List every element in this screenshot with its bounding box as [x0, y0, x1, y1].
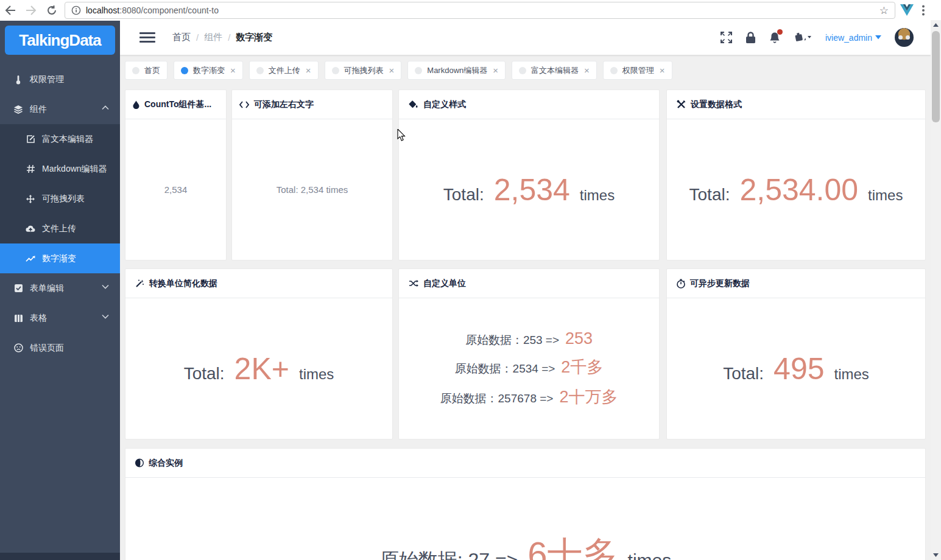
- tag-count-to[interactable]: 数字渐变 ×: [174, 61, 243, 80]
- count-value: 495: [774, 351, 824, 387]
- water-drop-icon: [133, 100, 139, 109]
- tag-markdown-editor[interactable]: Markdown编辑器 ×: [407, 61, 506, 80]
- username: iview_admin: [825, 33, 872, 43]
- sidebar-item-label: 表单编辑: [30, 283, 64, 294]
- breadcrumb: 首页 / 组件 / 数字渐变: [172, 32, 272, 43]
- sidebar-item-richtext-editor[interactable]: 富文本编辑器: [0, 124, 120, 154]
- close-icon[interactable]: ×: [660, 66, 665, 75]
- page-scrollbar[interactable]: [931, 20, 941, 560]
- app-header: 首页 / 组件 / 数字渐变 iview_admin: [120, 20, 931, 55]
- count-value: 253: [565, 329, 593, 348]
- unit-row: 原始数据：257678 => 2十万多: [440, 386, 618, 408]
- notifications-button[interactable]: [769, 32, 780, 44]
- card-data-format: 设置数据格式 Total: 2,534.00 times: [666, 89, 926, 261]
- breadcrumb-section[interactable]: 组件: [204, 32, 222, 43]
- theme-paint-button[interactable]: [794, 32, 812, 43]
- app-logo[interactable]: TalkingData: [5, 26, 115, 55]
- fullscreen-button[interactable]: [721, 32, 732, 43]
- scroll-down-icon[interactable]: [931, 550, 941, 560]
- close-icon[interactable]: ×: [584, 66, 590, 75]
- sidebar-item-label: 数字渐变: [42, 253, 76, 264]
- user-menu[interactable]: iview_admin: [825, 33, 881, 43]
- close-icon[interactable]: ×: [306, 66, 311, 75]
- close-icon[interactable]: ×: [230, 66, 236, 75]
- paint-bucket-icon: [409, 100, 418, 109]
- chevron-down-icon: [875, 35, 881, 40]
- card-async-update: 可异步更新数据 Total: 495 times: [666, 268, 926, 439]
- menu-toggle-button[interactable]: [139, 30, 155, 45]
- browser-forward-button[interactable]: [21, 2, 41, 19]
- avatar[interactable]: [895, 28, 914, 47]
- notification-badge: [777, 29, 783, 35]
- layers-icon: [13, 105, 23, 114]
- vue-devtools-icon[interactable]: [900, 4, 914, 16]
- scroll-up-icon[interactable]: [931, 20, 941, 30]
- app-logo-text: TalkingData: [19, 31, 100, 50]
- browser-reload-button[interactable]: [41, 2, 62, 19]
- scrollbar-thumb[interactable]: [932, 31, 940, 122]
- page-info-icon[interactable]: [71, 5, 81, 15]
- lock-screen-button[interactable]: [745, 32, 756, 44]
- globe-icon: [135, 458, 144, 467]
- close-icon[interactable]: ×: [493, 66, 498, 75]
- count-line: Total: 2,534.00 times: [689, 172, 903, 208]
- sidebar-item-count-to[interactable]: 数字渐变: [0, 243, 120, 273]
- sidebar-item-label: 组件: [30, 104, 47, 115]
- count-value: 2,534.00: [739, 172, 858, 208]
- code-brackets-icon: [239, 101, 249, 108]
- sidebar-item-form-editor[interactable]: 表单编辑: [0, 273, 120, 303]
- unit-rows: 原始数据：253 => 253 原始数据：2534 => 2千多 原始数据：25…: [440, 329, 618, 408]
- count-line: 原始数据: 27 => 6十多 times: [379, 531, 672, 560]
- sidebar-menu: 权限管理 组件 富文本编辑器 Markdown编辑器: [0, 65, 120, 363]
- compose-icon: [26, 135, 35, 144]
- sidebar-item-permission[interactable]: 权限管理: [0, 65, 120, 94]
- sidebar-item-draggable-list[interactable]: 可拖拽列表: [0, 184, 120, 214]
- tag-home[interactable]: 首页: [125, 61, 167, 80]
- sidebar-item-file-upload[interactable]: 文件上传: [0, 214, 120, 243]
- chevron-down-icon: [102, 314, 109, 319]
- tag-draggable-list[interactable]: 可拖拽列表 ×: [325, 61, 402, 80]
- count-value: 6十多: [527, 531, 618, 560]
- bookmark-star-icon[interactable]: ☆: [879, 4, 889, 17]
- card-title: 自定义样式: [423, 99, 466, 110]
- breadcrumb-current: 数字渐变: [236, 32, 272, 43]
- thermometer-icon: [13, 75, 23, 85]
- close-icon[interactable]: ×: [389, 66, 395, 75]
- sad-face-icon: [13, 343, 23, 353]
- count-text: Total: 2,534 times: [277, 184, 348, 195]
- trending-up-icon: [26, 254, 35, 264]
- sidebar-item-markdown-editor[interactable]: Markdown编辑器: [0, 154, 120, 184]
- browser-back-button[interactable]: [0, 2, 21, 19]
- card-title: CountTo组件基...: [144, 99, 211, 110]
- sidebar-item-error-pages[interactable]: 错误页面: [0, 333, 120, 363]
- count-line: Total: 2K+ times: [184, 351, 334, 387]
- tag-permission[interactable]: 权限管理 ×: [603, 61, 672, 80]
- breadcrumb-home[interactable]: 首页: [172, 32, 191, 43]
- sidebar-footer-strip: [0, 553, 120, 560]
- card-title: 可异步更新数据: [690, 278, 750, 289]
- sidebar: TalkingData 权限管理 组件 富文本编辑器: [0, 20, 120, 560]
- card-title: 可添加左右文字: [254, 99, 314, 110]
- card-combined-example: 综合实例 原始数据: 27 => 6十多 times: [125, 448, 926, 560]
- tag-dot-icon: [610, 67, 618, 74]
- card-custom-unit: 自定义单位 原始数据：253 => 253 原始数据：2534 => 2千多 原…: [398, 268, 660, 439]
- address-bar[interactable]: localhost:8080/component/count-to ☆: [65, 2, 895, 19]
- tag-file-upload[interactable]: 文件上传 ×: [249, 61, 319, 80]
- cloud-upload-icon: [26, 224, 35, 234]
- sidebar-item-label: Markdown编辑器: [42, 164, 107, 175]
- tag-dot-icon: [332, 67, 339, 74]
- card-simplify-unit: 转换单位简化数据 Total: 2K+ times: [125, 268, 393, 439]
- chevron-up-icon: [102, 105, 109, 110]
- sidebar-item-components[interactable]: 组件: [0, 94, 120, 124]
- card-title: 自定义单位: [423, 278, 466, 289]
- sidebar-item-table[interactable]: 表格: [0, 303, 120, 333]
- chevron-down-icon: [102, 284, 109, 289]
- sidebar-item-label: 富文本编辑器: [42, 134, 93, 145]
- tag-richtext-editor[interactable]: 富文本编辑器 ×: [512, 61, 597, 80]
- browser-menu-icon[interactable]: [922, 5, 925, 16]
- card-custom-style: 自定义样式 Total: 2,534 times: [398, 89, 660, 261]
- tag-dot-icon: [415, 67, 422, 74]
- card-title: 设置数据格式: [691, 99, 742, 110]
- sidebar-submenu-components: 富文本编辑器 Markdown编辑器 可拖拽列表 文件上传: [0, 124, 120, 273]
- sidebar-item-label: 权限管理: [30, 74, 64, 85]
